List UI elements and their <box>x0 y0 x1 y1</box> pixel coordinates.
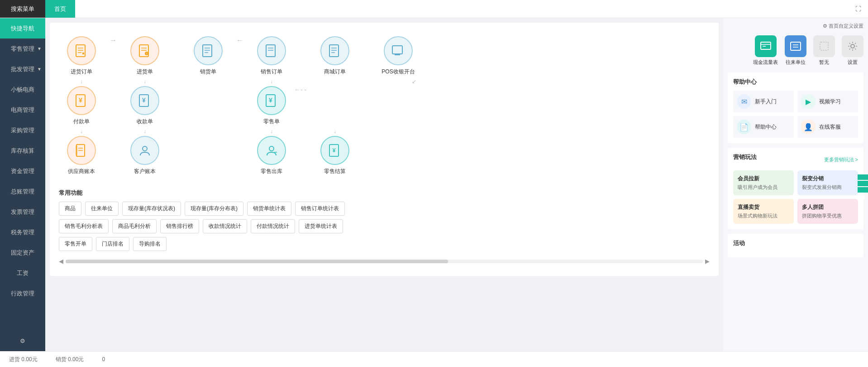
fission-title: 裂变分销 <box>802 175 854 183</box>
svg-text:¥: ¥ <box>79 97 82 104</box>
none-label: 暂无 <box>819 59 829 66</box>
member-title: 会员拉新 <box>738 175 789 183</box>
flow-node-sales[interactable]: 销货单 <box>186 36 231 76</box>
settings-gear-button[interactable]: ⚙ <box>0 331 45 351</box>
func-btn-store-rank[interactable]: 门店排名 <box>96 237 129 251</box>
float-btn-service[interactable]: 客服热线 <box>858 174 868 180</box>
cashflow-icon-box <box>755 35 777 57</box>
home-custom-settings[interactable]: ⚙ 首页自定义设置 <box>823 23 863 29</box>
marketing-item-live[interactable]: 直播卖货 场景式购物新玩法 <box>733 199 794 224</box>
sidebar-item-invoice[interactable]: 发票管理 <box>0 202 45 222</box>
flow-node-supplier-book[interactable]: 供应商账本 <box>59 136 104 175</box>
scroll-left-btn[interactable]: ◀ <box>59 258 63 265</box>
func-btn-goods[interactable]: 商品 <box>59 202 81 216</box>
sidebar-item-label: 总账管理 <box>11 188 34 196</box>
func-btn-sales-rank[interactable]: 销售排行榜 <box>160 219 199 233</box>
sidebar-item-quicknav[interactable]: 快捷导航 <box>0 18 45 39</box>
sales-icon <box>194 36 223 65</box>
retail-outbound-label: 零售出库 <box>261 168 282 175</box>
func-btn-sales-stat[interactable]: 销货单统计表 <box>247 202 291 216</box>
flow-node-retail-settlement[interactable]: ¥ 零售结算 <box>312 136 358 175</box>
online-service-label: 在线客服 <box>819 123 841 131</box>
beginner-label: 新手入门 <box>755 98 777 106</box>
svg-text:¥: ¥ <box>332 147 336 154</box>
func-btn-goods-margin[interactable]: 商品毛利分析 <box>112 219 157 233</box>
contacts-icon-box <box>785 35 806 57</box>
search-menu-btn[interactable]: 搜索菜单 <box>0 0 45 18</box>
flow-node-retail-outbound[interactable]: 零售出库 <box>249 136 294 175</box>
func-btn-receipt-stat[interactable]: 收款情况统计 <box>203 219 247 233</box>
func-btn-stock-status[interactable]: 现存量(库存状况表) <box>122 202 181 216</box>
float-btn-community[interactable]: 服务社区 <box>858 181 868 186</box>
sales-label: 销货单 <box>200 68 216 76</box>
svg-rect-44 <box>820 42 828 50</box>
help-item-video[interactable]: ▶ 视频学习 <box>797 91 858 112</box>
fullscreen-button[interactable]: ⛶ <box>853 4 863 14</box>
gear-icon: ⚙ <box>823 23 827 29</box>
help-item-beginner[interactable]: ✉ 新手入门 <box>733 91 794 112</box>
func-btn-sales-margin[interactable]: 销售毛利分析表 <box>59 219 109 233</box>
flow-node-pos[interactable]: POS收银开台 <box>376 36 421 76</box>
sidebar-item-tax[interactable]: 税务管理 <box>0 222 45 242</box>
flow-node-sales-order[interactable]: 销售订单 <box>249 36 294 76</box>
tab-home[interactable]: 首页 <box>45 0 75 18</box>
sidebar-item-purchase[interactable]: 采购管理 <box>0 120 45 140</box>
sidebar-item-ledger[interactable]: 总账管理 <box>0 181 45 202</box>
svg-rect-9 <box>203 45 212 57</box>
func-btn-stock-dist[interactable]: 现存量(库存分布表) <box>185 202 243 216</box>
svg-rect-41 <box>791 42 801 50</box>
flow-diagram: 进货订单 → ↑ 进货单 <box>59 32 710 182</box>
quick-icon-settings[interactable]: 设置 <box>842 35 863 66</box>
func-btn-purchase-stat[interactable]: 进货单统计表 <box>299 219 343 233</box>
sidebar-item-ecommerce[interactable]: 电商管理 <box>0 100 45 120</box>
flow-node-receipt[interactable]: ¥ 收款单 <box>122 86 167 126</box>
help-center-section: 帮助中心 ✉ 新手入门 ▶ 视频学习 📄 帮助中心 👤 <box>728 72 863 143</box>
func-btn-retail-order[interactable]: 零售开单 <box>59 237 92 251</box>
marketing-item-member[interactable]: 会员拉新 吸引用户成为会员 <box>733 170 794 195</box>
sidebar-item-assets[interactable]: 固定资产 <box>0 242 45 263</box>
sidebar-item-admin[interactable]: 行政管理 <box>0 283 45 304</box>
quick-icon-contacts[interactable]: 往来单位 <box>785 35 806 66</box>
flow-node-customer-book[interactable]: 客户账本 <box>122 136 167 175</box>
main-panel: 进货订单 → ↑ 进货单 <box>45 18 723 351</box>
flow-node-mall-order[interactable]: 商城订单 <box>312 36 358 76</box>
marketing-item-group[interactable]: 多人拼团 拼团购物享受优惠 <box>797 199 858 224</box>
scroll-right-btn[interactable]: ▶ <box>705 258 710 265</box>
home-custom-label: 首页自定义设置 <box>829 23 863 29</box>
quick-icon-cashflow[interactable]: 现金流量表 <box>753 35 778 66</box>
sidebar-item-fund[interactable]: 资金管理 <box>0 161 45 181</box>
sidebar-item-salary[interactable]: 工资 <box>0 263 45 283</box>
sidebar-item-inventory[interactable]: 库存核算 <box>0 140 45 161</box>
svg-rect-38 <box>761 42 771 49</box>
flow-node-retail[interactable]: ¥ 零售单 <box>249 86 294 126</box>
supplier-book-icon <box>67 136 96 165</box>
sidebar-item-wholesale[interactable]: 批发管理 ▼ <box>0 59 45 79</box>
group-title: 多人拼团 <box>802 203 854 211</box>
help-item-help[interactable]: 📄 帮助中心 <box>733 116 794 138</box>
sidebar-item-retail[interactable]: 零售管理 ▼ <box>0 39 45 59</box>
func-btn-guide-rank[interactable]: 导购排名 <box>133 237 167 251</box>
func-btn-contacts[interactable]: 往来单位 <box>85 202 119 216</box>
sales-order-label: 销售订单 <box>261 68 282 76</box>
flow-node-purchase[interactable]: ↑ 进货单 <box>122 36 167 76</box>
marketing-item-fission[interactable]: 裂变分销 裂变式发展分销商 <box>797 170 858 195</box>
sidebar-item-label: 固定资产 <box>11 249 34 257</box>
chevron-down-icon: ▼ <box>37 67 42 72</box>
func-btn-payment-stat[interactable]: 付款情况统计 <box>251 219 295 233</box>
float-btn-desktop[interactable]: 桌面快捷 <box>858 187 868 193</box>
help-item-online[interactable]: 👤 在线客服 <box>797 116 858 138</box>
quick-icon-none[interactable]: 暂无 <box>813 35 835 66</box>
func-btn-sales-order-stat[interactable]: 销售订单统计表 <box>295 202 345 216</box>
video-icon: ▶ <box>801 94 816 109</box>
retail-label: 零售单 <box>263 118 280 126</box>
scroll-thumb[interactable] <box>66 260 448 263</box>
help-center-title: 帮助中心 <box>733 78 858 86</box>
home-custom-row: ⚙ 首页自定义设置 <box>728 23 863 29</box>
sidebar-item-xiaochangec[interactable]: 小畅电商 <box>0 79 45 100</box>
retail-settlement-icon: ¥ <box>320 136 349 165</box>
more-marketing-link[interactable]: 更多营销玩法 > <box>824 156 858 163</box>
svg-point-34 <box>269 146 274 151</box>
flow-node-payment[interactable]: ¥ 付款单 <box>59 86 104 126</box>
scroll-track <box>66 260 703 263</box>
flow-node-purchase-order[interactable]: 进货订单 <box>59 36 104 76</box>
